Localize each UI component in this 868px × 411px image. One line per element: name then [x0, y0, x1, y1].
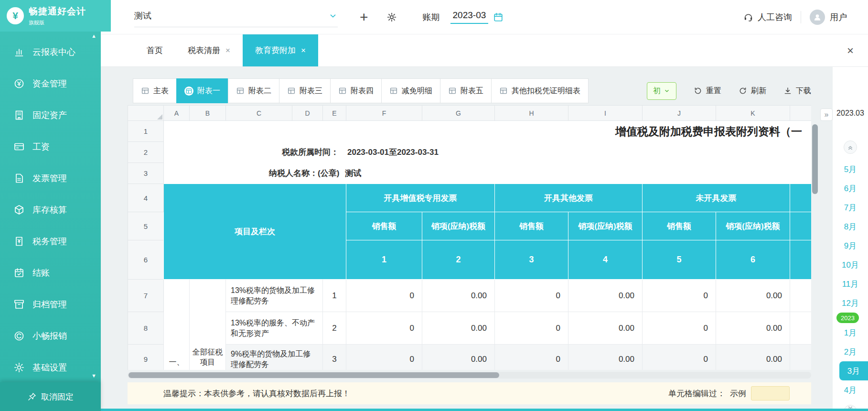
- column-header-g[interactable]: G: [422, 106, 495, 121]
- row-header-4[interactable]: 4: [128, 184, 164, 212]
- value-cell[interactable]: 0: [643, 312, 716, 345]
- column-header-j[interactable]: J: [643, 106, 716, 121]
- horizontal-scrollbar-thumb[interactable]: [129, 372, 499, 378]
- subtab-schedule-4[interactable]: 附表四: [330, 78, 382, 103]
- column-header-k[interactable]: K: [716, 106, 790, 121]
- column-header-i[interactable]: I: [568, 106, 643, 121]
- month-item-january[interactable]: 1月: [833, 323, 868, 342]
- value-cell[interactable]: 0: [346, 312, 422, 345]
- tab-education-surcharge[interactable]: 教育费附加 ×: [243, 34, 318, 66]
- unpin-sidebar-button[interactable]: 取消固定: [0, 382, 101, 411]
- close-all-tabs-icon[interactable]: ×: [847, 45, 854, 56]
- row-header-2[interactable]: 2: [128, 142, 164, 163]
- account-select[interactable]: 测试: [134, 7, 338, 27]
- sidebar-item-invoices[interactable]: 发票管理: [0, 162, 101, 194]
- subtab-schedule-2[interactable]: 附表二: [228, 78, 279, 103]
- sidebar-item-tax[interactable]: 税务管理: [0, 226, 101, 257]
- month-item-october[interactable]: 10月: [833, 255, 868, 274]
- row-header-6[interactable]: 6: [128, 240, 164, 280]
- reset-button[interactable]: 重置: [694, 86, 721, 96]
- row-header-3[interactable]: 3: [128, 163, 164, 184]
- select-all-corner[interactable]: [128, 106, 164, 121]
- item-desc-cell[interactable]: 13%税率的服务、不动产和无形资产: [226, 312, 323, 345]
- month-item-august[interactable]: 8月: [833, 217, 868, 236]
- settings-gear-button[interactable]: [386, 12, 397, 22]
- month-item-june[interactable]: 6月: [833, 179, 868, 198]
- value-cell[interactable]: 0: [346, 280, 422, 312]
- calendar-icon[interactable]: [493, 12, 504, 22]
- line-no-cell[interactable]: 1: [323, 280, 346, 312]
- row-header-9[interactable]: 9: [128, 345, 164, 370]
- sidebar-item-funds[interactable]: 资金管理: [0, 68, 101, 99]
- value-cell[interactable]: 0.00: [568, 280, 643, 312]
- subtab-schedule-5[interactable]: 附表五: [440, 78, 492, 103]
- sidebar-item-cloud-reports[interactable]: 云报表中心: [0, 36, 101, 68]
- sidebar-item-inventory[interactable]: 库存核算: [0, 194, 101, 226]
- subtab-schedule-1[interactable]: 附表一: [176, 78, 228, 103]
- month-item-november[interactable]: 11月: [833, 274, 868, 293]
- tab-home[interactable]: 首页: [134, 34, 175, 66]
- value-cell[interactable]: 0.00: [716, 312, 790, 345]
- period-value[interactable]: 2023-03: [450, 10, 489, 24]
- value-cell[interactable]: 0: [643, 345, 716, 370]
- value-cell[interactable]: 0.00: [716, 280, 790, 312]
- subtab-main-table[interactable]: 主表: [133, 78, 177, 103]
- sidebar-item-closing[interactable]: 结账: [0, 257, 101, 289]
- value-cell[interactable]: 0.00: [568, 312, 643, 345]
- month-item-may[interactable]: 5月: [833, 160, 868, 179]
- value-cell[interactable]: 0.00: [422, 345, 495, 370]
- column-header-e[interactable]: E: [323, 106, 346, 121]
- download-button[interactable]: 下载: [783, 86, 811, 96]
- line-no-cell[interactable]: 2: [323, 312, 346, 345]
- close-tab-icon[interactable]: ×: [225, 46, 230, 54]
- month-item-april[interactable]: 4月: [833, 380, 868, 400]
- expand-panel-button[interactable]: »: [820, 108, 833, 121]
- value-cell[interactable]: 0.00: [568, 345, 643, 370]
- user-name[interactable]: 用户: [830, 11, 847, 23]
- column-header-d[interactable]: D: [292, 106, 323, 121]
- month-item-december[interactable]: 12月: [833, 293, 868, 313]
- line-no-cell[interactable]: 3: [323, 345, 346, 370]
- sidebar-item-settings[interactable]: 基础设置: [0, 352, 101, 383]
- column-header-c[interactable]: C: [226, 106, 292, 121]
- horizontal-scrollbar[interactable]: [128, 372, 811, 379]
- value-cell[interactable]: 0: [495, 312, 568, 345]
- vertical-scrollbar-thumb[interactable]: [812, 124, 818, 194]
- value-cell[interactable]: 0: [643, 280, 716, 312]
- row-header-8[interactable]: 8: [128, 312, 164, 345]
- rail-scroll-up-button[interactable]: [844, 141, 857, 154]
- category-cell[interactable]: 全部征税项目: [190, 280, 226, 370]
- row-header-5[interactable]: 5: [128, 212, 164, 240]
- item-desc-cell[interactable]: 13%税率的货物及加工修理修配劳务: [226, 280, 323, 312]
- month-item-february[interactable]: 2月: [833, 342, 868, 361]
- value-cell[interactable]: 0.00: [716, 345, 790, 370]
- refresh-button[interactable]: 刷新: [739, 86, 766, 96]
- sidebar-item-fixed-assets[interactable]: 固定资产: [0, 99, 101, 131]
- support-button[interactable]: 人工咨询: [743, 11, 792, 23]
- value-cell[interactable]: 0: [495, 280, 568, 312]
- row-header-7[interactable]: 7: [128, 280, 164, 312]
- subtab-reduction-detail[interactable]: 减免明细: [381, 78, 440, 103]
- column-header-h[interactable]: H: [495, 106, 568, 121]
- avatar[interactable]: [810, 10, 825, 25]
- value-cell[interactable]: 0: [495, 345, 568, 370]
- item-desc-cell[interactable]: 9%税率的货物及加工修理修配劳务: [226, 345, 323, 370]
- value-cell[interactable]: 0.00: [422, 312, 495, 345]
- row-header-1[interactable]: 1: [128, 121, 164, 142]
- tab-tax-register[interactable]: 税表清册 ×: [175, 34, 243, 66]
- add-account-button[interactable]: +: [360, 10, 368, 24]
- period-init-dropdown[interactable]: 初: [647, 82, 676, 100]
- column-header-a[interactable]: A: [164, 106, 190, 121]
- value-cell[interactable]: 0: [346, 345, 422, 370]
- month-item-march-active[interactable]: 3月: [839, 361, 868, 380]
- section-cell[interactable]: 一、: [164, 280, 190, 370]
- sidebar-item-reimburse[interactable]: 小畅报销: [0, 320, 101, 352]
- value-cell[interactable]: 0.00: [422, 280, 495, 312]
- column-header-f[interactable]: F: [346, 106, 422, 121]
- vertical-scrollbar[interactable]: [812, 107, 818, 370]
- column-header-b[interactable]: B: [190, 106, 226, 121]
- month-item-september[interactable]: 9月: [833, 236, 868, 255]
- subtab-other-deduction-detail[interactable]: 其他扣税凭证明细表: [491, 78, 589, 103]
- sidebar-scroll-down-icon[interactable]: ▼: [91, 373, 96, 379]
- close-tab-icon[interactable]: ×: [301, 46, 306, 54]
